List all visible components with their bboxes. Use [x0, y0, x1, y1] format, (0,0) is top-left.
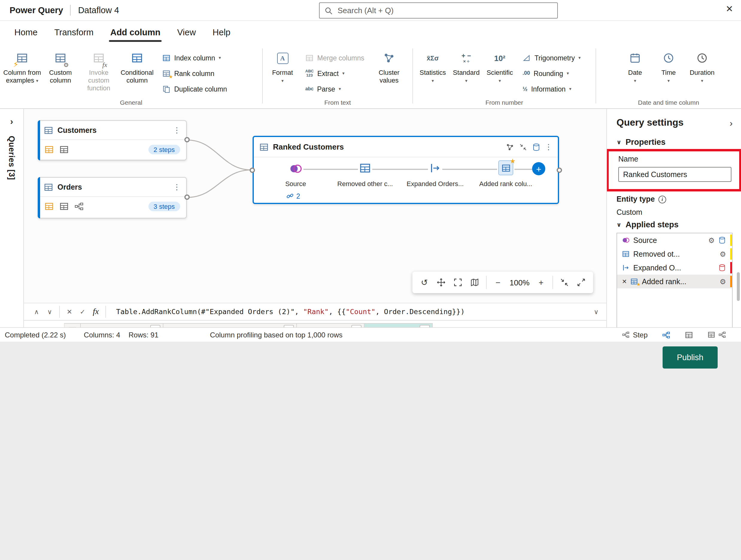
cluster-values-button[interactable]: Clustervalues [372, 47, 406, 85]
diagram-view-canvas[interactable]: Customers ⋮ 2 steps Orders ⋮ [24, 109, 606, 303]
applied-steps-section-header[interactable]: ∨ Applied steps [616, 220, 733, 229]
step-label[interactable]: Removed other c... [337, 180, 393, 187]
tab-view[interactable]: View [169, 21, 204, 44]
cancel-formula-icon[interactable]: ✕ [63, 308, 76, 316]
close-icon[interactable]: ✕ [726, 4, 733, 14]
collapse-card-icon[interactable] [519, 143, 527, 151]
input-port[interactable] [250, 167, 255, 173]
grid-corner-cell[interactable] [64, 323, 81, 327]
fit-to-screen-icon[interactable] [450, 273, 466, 291]
custom-column-button[interactable]: ⚙ Customcolumn [41, 47, 80, 85]
rounding-button[interactable]: .00 Rounding ▾ [519, 67, 584, 80]
collapse-panel-icon[interactable]: › [730, 118, 733, 128]
step-node-expanded-orders[interactable] [428, 161, 442, 178]
global-search-box[interactable] [319, 2, 558, 18]
step-label[interactable]: Added rank colu... [479, 180, 532, 187]
query-card-customers[interactable]: Customers ⋮ 2 steps [38, 120, 187, 160]
previous-step-icon[interactable]: ∧ [30, 308, 43, 316]
duration-button[interactable]: Duration▾ [685, 47, 719, 85]
publish-button[interactable]: Publish [663, 346, 718, 368]
index-column-button[interactable]: Index column ▾ [158, 52, 230, 64]
applied-step-expanded-orders[interactable]: Expanded O... [617, 261, 732, 275]
expand-formula-bar-icon[interactable]: ∨ [586, 308, 606, 316]
statistics-button[interactable]: x̄Σσ Statistics▾ [416, 47, 450, 85]
query-menu-icon[interactable]: ⋮ [545, 142, 552, 151]
query-card-ranked-customers[interactable]: Ranked Customers ⋮ ★ [253, 136, 559, 204]
data-view-toggle[interactable] [683, 329, 695, 340]
step-node-added-rank-column[interactable]: ★ [497, 159, 515, 177]
step-label[interactable]: Source [285, 180, 306, 187]
next-step-icon[interactable]: ∨ [43, 308, 56, 316]
tab-help[interactable]: Help [204, 21, 239, 44]
expand-queries-pane-icon[interactable]: › [10, 116, 13, 126]
date-button[interactable]: Date▾ [618, 47, 652, 85]
add-step-button[interactable]: + [532, 162, 545, 175]
query-card-orders[interactable]: Orders ⋮ 3 steps [38, 177, 187, 218]
filter-button[interactable]: ▾ [351, 325, 361, 327]
trigonometry-button[interactable]: Trigonometry ▾ [519, 52, 584, 64]
step-label[interactable]: Expanded Orders... [407, 180, 464, 187]
tab-add-column[interactable]: Add column [102, 21, 169, 44]
scientific-button[interactable]: 10² Scientific▾ [483, 47, 517, 85]
enable-load-database-icon[interactable] [532, 143, 540, 151]
applied-step-removed-other-columns[interactable]: Removed ot... ⚙ [617, 247, 732, 261]
profiling-note[interactable]: Column profiling based on top 1,000 rows [210, 331, 343, 339]
query-name-input[interactable] [618, 167, 731, 182]
properties-section-header[interactable]: ∨ Properties [616, 138, 733, 147]
query-menu-icon[interactable]: ⋮ [173, 126, 181, 135]
search-input[interactable] [338, 6, 552, 15]
filter-button[interactable]: ▾ [420, 325, 430, 327]
diagram-view-toggle[interactable] [660, 329, 672, 340]
standard-button[interactable]: + −× ÷ Standard▾ [450, 47, 483, 85]
format-button[interactable]: A Format▾ [266, 47, 299, 85]
filter-button[interactable]: ▾ [284, 325, 294, 327]
expand-all-icon[interactable] [573, 273, 590, 291]
parse-button[interactable]: abc Parse ▾ [302, 83, 372, 95]
filter-button[interactable]: ▾ [150, 325, 160, 327]
applied-step-source[interactable]: Source ⚙ [617, 233, 732, 247]
edit-step-settings-icon[interactable]: ⚙ [720, 251, 726, 258]
column-from-examples-button[interactable]: ⚡ Column fromexamples ▾ [3, 47, 41, 85]
time-button[interactable]: Time▾ [652, 47, 685, 85]
conditional-column-button[interactable]: Conditionalcolumn [118, 47, 156, 85]
output-port[interactable] [184, 195, 190, 200]
step-node-source[interactable] [288, 161, 304, 179]
tab-transform[interactable]: Transform [46, 21, 102, 44]
column-header-companyname[interactable]: ABC CompanyName ▾ [163, 323, 297, 327]
step-view-button[interactable]: Step [620, 329, 650, 340]
step-source-database-icon [718, 236, 726, 244]
page-scrollbar-thumb[interactable] [737, 272, 740, 301]
output-port[interactable] [557, 167, 562, 173]
info-icon[interactable]: i [658, 195, 666, 203]
query-menu-icon[interactable]: ⋮ [173, 183, 181, 192]
information-button[interactable]: ½ Information ▾ [519, 83, 584, 95]
formula-input[interactable]: Table.AddRankColumn(#"Expanded Orders (2… [109, 307, 586, 316]
mini-map-icon[interactable] [466, 273, 483, 291]
queries-pane-label[interactable]: Queries [3] [7, 136, 16, 180]
zoom-out-icon[interactable]: − [490, 273, 507, 291]
extract-button[interactable]: ABC123 Extract ▾ [302, 67, 372, 80]
duplicate-column-button[interactable]: Duplicate column [158, 83, 230, 95]
output-port[interactable] [184, 137, 190, 142]
step-node-removed-other-columns[interactable] [358, 161, 372, 178]
column-header-count[interactable]: 123 Count ▾ [297, 323, 364, 327]
commit-formula-icon[interactable]: ✓ [76, 308, 89, 316]
tab-home[interactable]: Home [6, 21, 46, 44]
applied-step-added-rank-selected[interactable]: ✕ ★ Added rank... ⚙ [617, 275, 732, 288]
steps-count-badge[interactable]: 2 steps [148, 145, 180, 154]
split-view-toggle[interactable] [706, 330, 728, 340]
rank-column-button[interactable]: ★ Rank column [158, 67, 230, 80]
merge-inputs-link[interactable]: 2 [286, 192, 300, 200]
collapse-all-icon[interactable] [556, 273, 573, 291]
edit-step-settings-icon[interactable]: ⚙ [708, 236, 715, 244]
reset-view-icon[interactable]: ↺ [416, 273, 433, 291]
edit-step-settings-icon[interactable]: ⚙ [720, 278, 726, 285]
delete-step-icon[interactable]: ✕ [622, 278, 627, 285]
zoom-level[interactable]: 100% [507, 278, 533, 287]
column-header-rank[interactable]: 123 Rank ▾ [364, 323, 433, 327]
share-flow-icon[interactable] [506, 143, 514, 151]
zoom-in-icon[interactable]: + [533, 273, 549, 291]
pan-icon[interactable] [433, 273, 450, 291]
column-header-customerid[interactable]: ABC CustomerID ▾ [81, 323, 163, 327]
steps-count-badge[interactable]: 3 steps [148, 202, 180, 211]
